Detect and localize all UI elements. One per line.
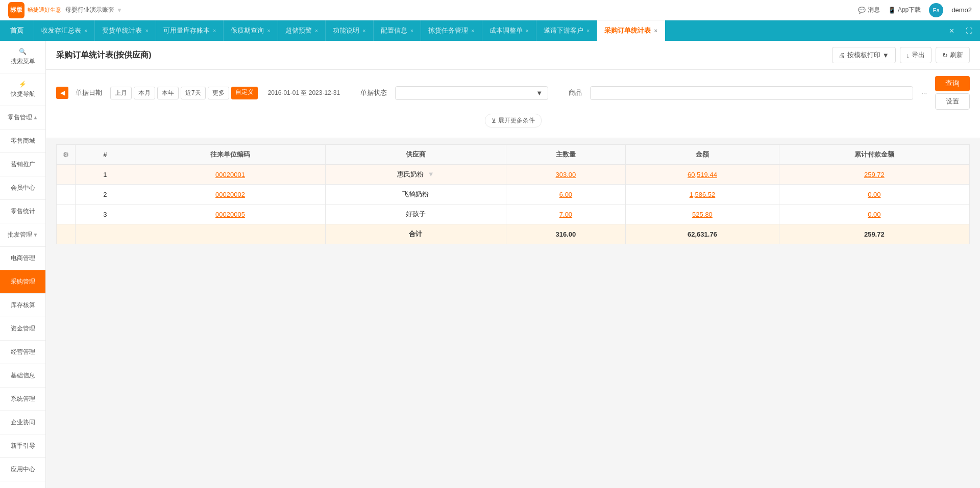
col-code-header: 往来单位编码 xyxy=(135,145,325,165)
tab-chenben[interactable]: 成本调整单 × xyxy=(482,20,536,41)
column-settings-icon[interactable]: ⚙ xyxy=(63,151,69,159)
tab-close-icon[interactable]: × xyxy=(267,28,270,34)
chevron-down-icon: ▼ xyxy=(33,232,38,238)
tab-peizhi[interactable]: 配置信息 × xyxy=(374,20,421,41)
sidebar-item-yingxiao[interactable]: 营销推广 xyxy=(0,153,45,176)
sidebar-item-pifa[interactable]: 批发管理 ▼ xyxy=(0,223,45,247)
date-btn-this-year[interactable]: 本年 xyxy=(157,87,179,99)
supplier-dropdown-icon: ▼ xyxy=(428,170,434,178)
row-supplier-cell: 好孩子 xyxy=(326,204,506,224)
sidebar-item-dianshang[interactable]: 电商管理 xyxy=(0,247,45,270)
chevron-up-icon: ▲ xyxy=(33,115,38,120)
sidebar-item-kucun[interactable]: 库存核算 xyxy=(0,294,45,317)
nav-maximize-button[interactable]: ⛶ xyxy=(961,22,977,39)
footer-label-col xyxy=(135,224,325,244)
message-button[interactable]: 💬 消息 xyxy=(858,6,880,14)
filter-toggle-button[interactable]: ◀ xyxy=(56,87,68,99)
main-layout: 🔍 搜索菜单 ⚡ 快捷导航 零售管理 ▲ 零售商城 营销推广 会员中心 零售统计… xyxy=(0,41,980,488)
sidebar-item-qiye[interactable]: 企业协同 xyxy=(0,411,45,434)
query-settings-group: 查询 设置 xyxy=(935,76,970,110)
tab-keyongliang[interactable]: 可用量库存账本 × xyxy=(156,20,224,41)
row-code-cell: 00020001 xyxy=(135,165,325,185)
print-dropdown-icon: ▼ xyxy=(883,52,889,59)
date-btn-7days[interactable]: 近7天 xyxy=(181,87,206,99)
tab-gongneng[interactable]: 功能说明 × xyxy=(326,20,373,41)
date-btn-last-month[interactable]: 上月 xyxy=(110,87,132,99)
sidebar-item-huiyuan[interactable]: 会员中心 xyxy=(0,176,45,200)
logo-abbr: 标版 xyxy=(10,6,22,14)
top-bar-left: 标版 畅捷通好生意 母婴行业演示账套 ▼ xyxy=(8,2,122,18)
tab-close-icon[interactable]: × xyxy=(586,28,590,34)
nav-close-button[interactable]: ✕ xyxy=(943,22,960,39)
export-icon: ↓ xyxy=(906,52,910,59)
sidebar-item-quicknav[interactable]: ⚡ 快捷导航 xyxy=(0,73,45,106)
tab-yaohuo[interactable]: 要货单统计表 × xyxy=(95,20,156,41)
status-select[interactable]: ▼ xyxy=(395,86,548,100)
footer-empty-col xyxy=(76,224,135,244)
goods-more-icon[interactable]: ··· xyxy=(921,89,927,97)
tab-close-icon[interactable]: × xyxy=(410,28,413,34)
tab-close-icon[interactable]: × xyxy=(213,28,216,34)
date-btn-this-month[interactable]: 本月 xyxy=(134,87,155,99)
date-btn-more[interactable]: 更多 xyxy=(208,87,229,99)
sidebar-item-yingyong[interactable]: 应用中心 xyxy=(0,458,45,481)
query-button[interactable]: 查询 xyxy=(935,76,970,91)
sidebar-item-xinshou[interactable]: 新手引导 xyxy=(0,434,45,458)
export-button[interactable]: ↓ 导出 xyxy=(900,47,932,63)
avatar[interactable]: Ea xyxy=(929,3,943,17)
refresh-icon: ↻ xyxy=(942,52,948,59)
table-container: ⚙ # 往来单位编码 供应商 主数量 金额 累计付款金额 1 0002000 xyxy=(46,138,980,488)
tab-paihuorenwu[interactable]: 拣货任务管理 × xyxy=(421,20,482,41)
sidebar-item-lingshoutj[interactable]: 零售统计 xyxy=(0,200,45,223)
sidebar-item-search[interactable]: 🔍 搜索菜单 xyxy=(0,41,45,73)
filter-area: ◀ 单据日期 上月 本月 本年 近7天 更多 自定义 2016-01-01 至 … xyxy=(46,70,980,138)
breadcrumb: 母婴行业演示账套 ▼ xyxy=(65,6,122,14)
tab-close-icon[interactable]: × xyxy=(84,28,87,34)
row-supplier-cell: 飞鹤奶粉 xyxy=(326,185,506,204)
logo-text: 畅捷通好生意 xyxy=(28,7,61,13)
sidebar-item-qiyeweixin[interactable]: 企业微信 xyxy=(0,481,45,488)
sidebar-item-jingying[interactable]: 经营管理 xyxy=(0,341,45,364)
tab-close-icon[interactable]: × xyxy=(654,28,657,34)
row-index-cell: 2 xyxy=(76,185,135,204)
tab-close-icon[interactable]: × xyxy=(471,28,474,34)
sidebar-item-jichu[interactable]: 基础信息 xyxy=(0,364,45,388)
expand-filters-button[interactable]: ⊻ 展开更多条件 xyxy=(485,114,542,127)
row-paid-cell: 259.72 xyxy=(779,165,969,185)
sidebar-item-zijin[interactable]: 资金管理 xyxy=(0,317,45,341)
date-custom-badge[interactable]: 自定义 xyxy=(231,87,258,99)
col-index-header: # xyxy=(76,145,135,165)
date-label: 单据日期 xyxy=(76,88,102,97)
tab-close-icon[interactable]: × xyxy=(145,28,148,34)
tab-close-icon[interactable]: × xyxy=(315,28,318,34)
footer-quantity: 316.00 xyxy=(506,224,626,244)
sidebar: 🔍 搜索菜单 ⚡ 快捷导航 零售管理 ▲ 零售商城 营销推广 会员中心 零售统计… xyxy=(0,41,46,488)
tab-close-icon[interactable]: × xyxy=(526,28,529,34)
footer-paid: 259.72 xyxy=(779,224,969,244)
tab-close-icon[interactable]: × xyxy=(362,28,365,34)
col-quantity-header: 主数量 xyxy=(506,145,626,165)
tab-home[interactable]: 首页 xyxy=(0,20,34,41)
username-label[interactable]: demo2 xyxy=(951,6,972,14)
tab-shoufahuizong[interactable]: 收发存汇总表 × xyxy=(34,20,95,41)
tab-baoguan[interactable]: 保质期查询 × xyxy=(224,20,278,41)
goods-input[interactable] xyxy=(590,86,913,100)
tab-caigoustatistics[interactable]: 采购订单统计表 × xyxy=(597,20,665,41)
page-header: 采购订单统计表(按供应商) 🖨 按模板打印 ▼ ↓ 导出 ↻ 刷新 xyxy=(46,41,980,70)
tab-yaoqing[interactable]: 邀请下游客户 × xyxy=(536,20,597,41)
table-row: 1 00020001 惠氏奶粉 ▼ 303.00 60,519.44 259.7… xyxy=(57,165,970,185)
expand-icon: ⊻ xyxy=(492,117,496,124)
sidebar-item-xitong[interactable]: 系统管理 xyxy=(0,388,45,411)
footer-empty-col xyxy=(57,224,76,244)
app-download-button[interactable]: 📱 App下载 xyxy=(888,6,921,14)
row-settings-cell xyxy=(57,165,76,185)
refresh-button[interactable]: ↻ 刷新 xyxy=(936,47,970,63)
tab-chaochuyujing[interactable]: 超储预警 × xyxy=(278,20,326,41)
sidebar-item-caigou[interactable]: 采购管理 xyxy=(0,270,45,294)
sidebar-item-lingshou[interactable]: 零售管理 ▲ xyxy=(0,106,45,130)
settings-button[interactable]: 设置 xyxy=(935,93,970,110)
page-header-actions: 🖨 按模板打印 ▼ ↓ 导出 ↻ 刷新 xyxy=(832,47,970,63)
print-button[interactable]: 🖨 按模板打印 ▼ xyxy=(832,47,896,63)
breadcrumb-dropdown-icon[interactable]: ▼ xyxy=(116,7,122,14)
sidebar-item-lingshoudian[interactable]: 零售商城 xyxy=(0,130,45,153)
